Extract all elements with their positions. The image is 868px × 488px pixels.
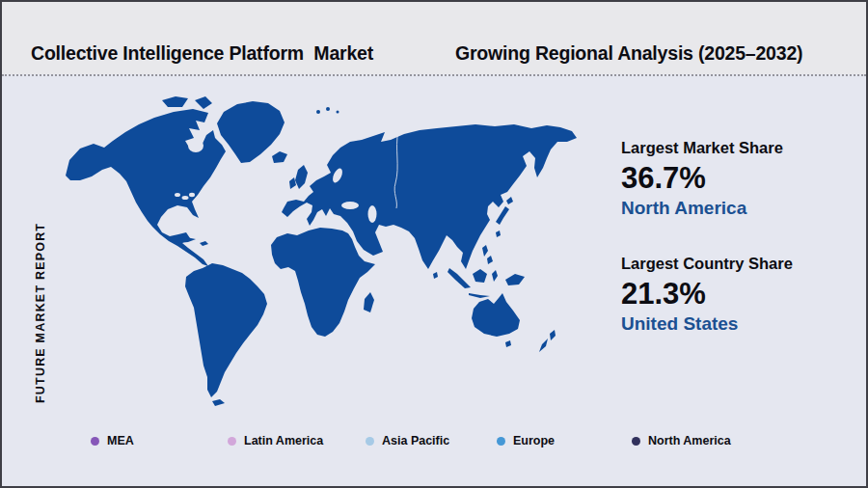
stat-value: 36.7% — [621, 163, 862, 195]
stat-largest-country-share: Largest Country Share 21.3% United State… — [621, 255, 862, 335]
hispaniola — [200, 241, 208, 246]
legend-dot — [497, 437, 505, 446]
new-guinea — [505, 274, 525, 285]
stat-region: United States — [621, 313, 862, 335]
stat-value: 21.3% — [621, 279, 862, 311]
black-sea — [341, 202, 359, 209]
svalbard — [326, 107, 330, 111]
greenland — [217, 101, 285, 163]
page-title: Collective Intelligence Platform Market — [31, 42, 373, 65]
stat-region: North America — [621, 198, 862, 219]
legend-item-north-america: North America — [632, 434, 731, 447]
java — [469, 293, 490, 298]
svalbard — [337, 111, 339, 114]
legend-dot — [91, 437, 99, 446]
arctic-islands — [162, 96, 212, 109]
legend-dot — [228, 437, 236, 446]
stat-largest-market-share: Largest Market Share 36.7% North America — [621, 139, 862, 219]
stat-label: Largest Country Share — [621, 255, 862, 273]
page-subtitle: Growing Regional Analysis (2025–2032) — [455, 42, 802, 65]
ireland — [289, 177, 296, 189]
legend-dot — [632, 437, 640, 446]
united-kingdom — [295, 165, 308, 189]
legend-label: Europe — [513, 434, 555, 447]
iceland — [272, 151, 287, 163]
tasmania — [505, 340, 511, 347]
legend-label: Latin America — [244, 434, 323, 447]
legend-item-asia-pacific: Asia Pacific — [366, 434, 449, 447]
tierra-del-fuego — [212, 399, 225, 406]
brand-watermark: FUTURE MARKET REPORT — [34, 220, 47, 403]
continent-south-america — [185, 263, 267, 397]
australia — [472, 293, 520, 337]
sumatra — [448, 268, 471, 288]
legend-item-mea: MEA — [91, 434, 134, 447]
world-map-svg — [60, 91, 600, 409]
caspian-sea — [368, 205, 377, 223]
sulawesi — [492, 270, 498, 282]
sri-lanka — [433, 272, 438, 279]
legend-item-latin-america: Latin America — [228, 434, 323, 447]
stat-label: Largest Market Share — [621, 139, 862, 157]
great-lake — [182, 196, 189, 200]
legend-label: MEA — [107, 434, 134, 447]
legend-dot — [366, 437, 374, 446]
dotted-divider — [2, 74, 866, 76]
borneo — [473, 269, 487, 283]
legend-label: North America — [648, 434, 731, 447]
new-zealand — [539, 330, 556, 352]
legend-label: Asia Pacific — [382, 434, 449, 447]
legend-item-europe: Europe — [497, 434, 555, 447]
svalbard — [316, 110, 320, 114]
world-map — [60, 91, 600, 409]
great-lake — [175, 193, 180, 197]
taiwan — [496, 230, 501, 237]
report-figure: Collective Intelligence Platform Market … — [0, 0, 868, 488]
philippines — [482, 245, 493, 264]
great-lake — [189, 193, 195, 197]
hudson-bay — [188, 139, 203, 152]
madagascar — [364, 292, 374, 312]
